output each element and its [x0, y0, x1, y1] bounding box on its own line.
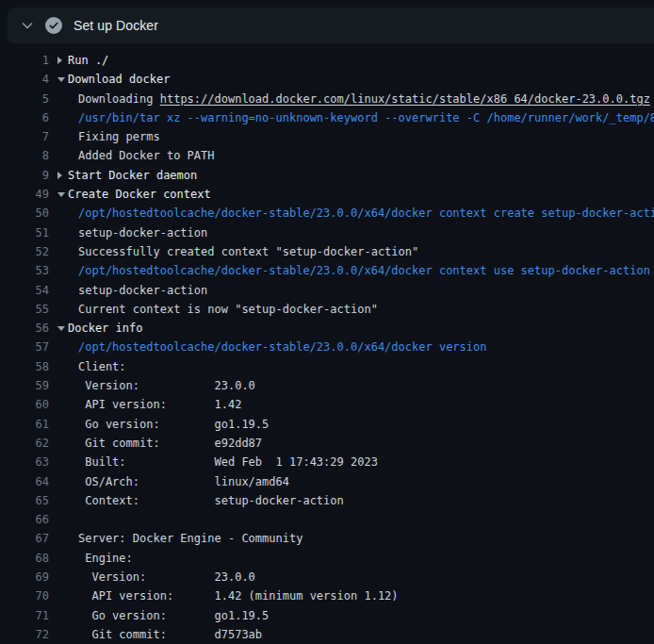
- line-number[interactable]: 54: [0, 281, 49, 300]
- log-line: 61 Go version: go1.19.5: [0, 415, 654, 434]
- log-line[interactable]: 1 Run ./: [0, 51, 654, 70]
- log-line: 70 API version: 1.42 (minimum version 1.…: [0, 586, 654, 605]
- log-text: Go version: go1.19.5: [49, 415, 269, 434]
- log-text: /opt/hostedtoolcache/docker-stable/23.0.…: [49, 338, 486, 356]
- log-text: Version: 23.0.0: [49, 376, 255, 395]
- log-line: 65 Context: setup-docker-action: [0, 491, 654, 510]
- log-text: /opt/hostedtoolcache/docker-stable/23.0.…: [49, 204, 654, 223]
- log-text: Client:: [49, 357, 126, 376]
- log-line: 53 /opt/hostedtoolcache/docker-stable/23…: [0, 261, 654, 280]
- log-line: 62 Git commit: e92dd87: [0, 434, 654, 453]
- line-number[interactable]: 57: [0, 338, 49, 356]
- line-number[interactable]: 5: [0, 90, 49, 108]
- log-line: 68 Engine:: [0, 549, 654, 568]
- check-circle-icon: [45, 17, 62, 34]
- log-text: Download docker: [68, 70, 170, 89]
- log-link[interactable]: https://download.docker.com/linux/static…: [160, 92, 650, 106]
- line-number[interactable]: 8: [0, 146, 49, 165]
- line-number[interactable]: 66: [0, 510, 49, 529]
- log-line: 55 Current context is now "setup-docker-…: [0, 300, 654, 319]
- log-line[interactable]: 4 Download docker: [0, 70, 654, 89]
- log-text: Added Docker to PATH: [49, 146, 215, 165]
- group-chevron-icon: [49, 70, 68, 89]
- line-number[interactable]: 62: [0, 434, 49, 453]
- line-number[interactable]: 70: [0, 586, 49, 605]
- log-line: 72 Git commit: d7573ab: [0, 625, 654, 644]
- line-number[interactable]: 67: [0, 529, 49, 548]
- log-line: 71 Go version: go1.19.5: [0, 606, 654, 625]
- log-text: Git commit: d7573ab: [49, 625, 262, 644]
- line-number[interactable]: 58: [0, 357, 49, 376]
- line-number[interactable]: 53: [0, 261, 49, 280]
- log-line: 8 Added Docker to PATH: [0, 146, 654, 165]
- log-line: 57 /opt/hostedtoolcache/docker-stable/23…: [0, 338, 654, 356]
- line-number[interactable]: 60: [0, 395, 49, 414]
- line-number[interactable]: 4: [0, 70, 49, 89]
- log-text: Current context is now "setup-docker-act…: [49, 300, 378, 319]
- group-chevron-icon: [49, 185, 68, 204]
- log-line: 52 Successfully created context "setup-d…: [0, 242, 654, 261]
- line-number[interactable]: 72: [0, 625, 49, 644]
- line-number[interactable]: 51: [0, 223, 49, 242]
- log-line: 63 Built: Wed Feb 1 17:43:29 2023: [0, 453, 654, 471]
- line-number[interactable]: 64: [0, 472, 49, 491]
- line-number[interactable]: 68: [0, 549, 49, 568]
- log-line: 51 setup-docker-action: [0, 223, 654, 242]
- log-text: Successfully created context "setup-dock…: [49, 242, 418, 261]
- log-text: Create Docker context: [68, 185, 211, 204]
- log-text: Fixing perms: [49, 127, 160, 146]
- log-text: Version: 23.0.0: [49, 568, 255, 586]
- line-number[interactable]: 71: [0, 606, 49, 625]
- line-number[interactable]: 49: [0, 185, 49, 204]
- line-number[interactable]: 69: [0, 568, 49, 586]
- log-text: /usr/bin/tar xz --warning=no-unknown-key…: [49, 108, 654, 127]
- log-line: 7 Fixing perms: [0, 127, 654, 146]
- line-number[interactable]: 7: [0, 127, 49, 146]
- log-text: setup-docker-action: [49, 223, 207, 242]
- log-lines: 1 Run ./ 4 Download docker 5 Downloading…: [0, 43, 654, 644]
- line-number[interactable]: 65: [0, 491, 49, 510]
- log-text: Context: setup-docker-action: [49, 491, 344, 510]
- log-line: 66: [0, 510, 654, 529]
- chevron-down-icon[interactable]: [20, 18, 35, 33]
- log-text: Start Docker daemon: [68, 166, 197, 185]
- log-text: Server: Docker Engine - Community: [49, 529, 302, 548]
- log-text: setup-docker-action: [49, 281, 207, 300]
- log-text: Built: Wed Feb 1 17:43:29 2023: [49, 453, 378, 471]
- log-text: Run ./: [68, 51, 108, 70]
- log-line: 69 Version: 23.0.0: [0, 568, 654, 586]
- log-line: 6 /usr/bin/tar xz --warning=no-unknown-k…: [0, 108, 654, 127]
- group-chevron-icon: [49, 166, 68, 185]
- step-header[interactable]: Set up Docker: [8, 8, 654, 43]
- log-text: Engine:: [49, 549, 133, 568]
- line-number[interactable]: 56: [0, 319, 49, 338]
- log-line: 60 API version: 1.42: [0, 395, 654, 414]
- log-text: Git commit: e92dd87: [49, 434, 262, 453]
- log-line: 58 Client:: [0, 357, 654, 376]
- step-title: Set up Docker: [74, 18, 158, 33]
- line-number[interactable]: 6: [0, 108, 49, 127]
- log-text: API version: 1.42 (minimum version 1.12): [49, 586, 399, 605]
- log-text: Docker info: [68, 319, 142, 338]
- log-line: 67 Server: Docker Engine - Community: [0, 529, 654, 548]
- line-number[interactable]: 9: [0, 166, 49, 185]
- line-number[interactable]: 1: [0, 51, 49, 70]
- log-text: /opt/hostedtoolcache/docker-stable/23.0.…: [49, 261, 650, 280]
- group-chevron-icon: [49, 51, 68, 70]
- log-line: 50 /opt/hostedtoolcache/docker-stable/23…: [0, 204, 654, 223]
- log-text: API version: 1.42: [49, 395, 241, 414]
- log-line[interactable]: 56 Docker info: [0, 319, 654, 338]
- log-line: 59 Version: 23.0.0: [0, 376, 654, 395]
- log-text: OS/Arch: linux/amd64: [49, 472, 289, 491]
- line-number[interactable]: 50: [0, 204, 49, 223]
- group-chevron-icon: [49, 319, 68, 338]
- line-number[interactable]: 52: [0, 242, 49, 261]
- line-number[interactable]: 63: [0, 453, 49, 471]
- line-number[interactable]: 59: [0, 376, 49, 395]
- log-text: Go version: go1.19.5: [49, 606, 269, 625]
- log-line[interactable]: 9 Start Docker daemon: [0, 166, 654, 185]
- log-line[interactable]: 49 Create Docker context: [0, 185, 654, 204]
- log-text: Downloading https://download.docker.com/…: [49, 90, 650, 108]
- line-number[interactable]: 61: [0, 415, 49, 434]
- line-number[interactable]: 55: [0, 300, 49, 319]
